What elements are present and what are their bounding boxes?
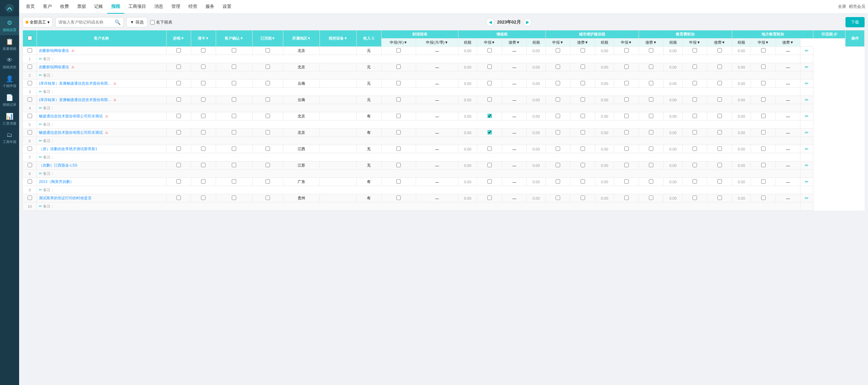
zzs-sbao-cb[interactable] — [487, 196, 492, 200]
cs-sbao-cb[interactable] — [556, 48, 560, 53]
df-jfei-cb[interactable] — [717, 81, 722, 85]
jy-sbao-cb[interactable] — [624, 163, 629, 167]
caibao-year-cb[interactable] — [396, 163, 401, 167]
caibao-year-cb[interactable] — [396, 81, 401, 85]
df-jfei-cb[interactable] — [717, 179, 722, 184]
paid-checkbox[interactable] — [266, 97, 270, 102]
df-sbao-cb[interactable] — [693, 65, 697, 69]
qingka-checkbox[interactable] — [201, 196, 205, 200]
confirm-checkbox[interactable] — [232, 97, 236, 102]
chaoshui-checkbox[interactable] — [176, 163, 181, 167]
cs-jfei-cb[interactable] — [581, 179, 585, 184]
paid-checkbox[interactable] — [266, 65, 270, 69]
sidebar-item-tax-records[interactable]: 📄 报税记录 — [0, 91, 19, 110]
df-jfei-cb[interactable] — [717, 196, 722, 200]
note-edit-icon[interactable]: ✏ — [39, 171, 42, 175]
note-edit-icon[interactable]: ✏ — [39, 122, 42, 126]
jy-jfei-cb[interactable] — [649, 130, 653, 134]
row-name-text[interactable]: 畅捷通信息技术股份有限公司民非测试 — [39, 130, 103, 134]
confirm-checkbox[interactable] — [232, 163, 236, 167]
paid-checkbox[interactable] — [266, 179, 270, 184]
edit-icon[interactable]: ✏ — [805, 179, 809, 184]
download-button[interactable]: 下载 — [845, 17, 865, 27]
jy-jfei-cb[interactable] — [649, 114, 653, 118]
row-checkbox[interactable] — [28, 81, 32, 85]
confirm-checkbox[interactable] — [232, 81, 236, 85]
prev-month-button[interactable]: ◀ — [486, 18, 494, 26]
nav-tax[interactable]: 报税 — [107, 0, 124, 14]
df-jfei-cb[interactable] — [717, 97, 722, 102]
df-jfei-cb[interactable] — [717, 114, 722, 118]
jy-jfei-cb[interactable] — [649, 81, 653, 85]
cs-sbao-cb[interactable] — [556, 130, 560, 134]
cs-jfei-cb[interactable] — [581, 114, 585, 118]
nav-invoice[interactable]: 票据 — [73, 0, 90, 14]
edit-icon[interactable]: ✏ — [805, 65, 809, 70]
row-name-text[interactable]: 2013（陶美芳勿删） — [39, 180, 73, 184]
df-sbao-cb[interactable] — [693, 196, 697, 200]
confirm-checkbox[interactable] — [232, 130, 236, 134]
cs-sbao-cb[interactable] — [556, 196, 560, 200]
qingka-checkbox[interactable] — [201, 130, 205, 134]
filter-button[interactable]: ▼ 筛选 — [126, 17, 147, 27]
jy-jfei-cb[interactable] — [649, 163, 653, 167]
df-sbao-cb[interactable] — [693, 179, 697, 184]
row-name-text[interactable]: 测试斯养的凭证打印的时候是否 — [39, 196, 91, 200]
row-checkbox[interactable] — [28, 146, 32, 151]
yh-sbao-cb[interactable] — [761, 114, 766, 118]
yh-sbao-cb[interactable] — [761, 179, 766, 184]
edit-icon[interactable]: ✏ — [805, 130, 809, 135]
caibao-year-cb[interactable] — [396, 130, 401, 134]
row-name-text[interactable]: （勿删）江西股金-LSS — [39, 163, 77, 167]
chaoshui-checkbox[interactable] — [176, 179, 181, 184]
chaoshui-checkbox[interactable] — [176, 65, 181, 69]
chaoshui-checkbox[interactable] — [176, 81, 181, 85]
jy-sbao-cb[interactable] — [624, 81, 629, 85]
search-input[interactable] — [56, 20, 112, 25]
note-edit-icon[interactable]: ✏ — [39, 188, 42, 192]
cs-sbao-cb[interactable] — [556, 97, 560, 102]
jy-jfei-cb[interactable] — [649, 146, 653, 151]
employee-filter[interactable]: 全部员工 ▾ — [23, 17, 53, 27]
jy-sbao-cb[interactable] — [624, 97, 629, 102]
named-table-checkbox[interactable] — [150, 20, 155, 25]
edit-icon[interactable]: ✏ — [805, 81, 809, 86]
row-checkbox[interactable] — [28, 196, 32, 200]
df-jfei-cb[interactable] — [717, 65, 722, 69]
zzs-sbao-cb[interactable] — [487, 48, 492, 53]
jy-sbao-cb[interactable] — [624, 48, 629, 53]
qingka-checkbox[interactable] — [201, 81, 205, 85]
sidebar-item-summary[interactable]: 📊 汇算清缴 — [0, 110, 19, 129]
df-jfei-cb[interactable] — [717, 48, 722, 53]
row-name-text[interactable]: 勿删新锐网络通信 — [39, 48, 69, 53]
jy-jfei-cb[interactable] — [649, 179, 653, 184]
qingka-checkbox[interactable] — [201, 146, 205, 151]
row-name-text[interactable]: (库存核算）直播畅捷通信息技术股份有限... — [39, 98, 111, 102]
row-name-text[interactable]: （原）误删勿改李艳牙测试斯养新1 — [39, 147, 97, 151]
edit-icon[interactable]: ✏ — [805, 114, 809, 119]
sidebar-item-tax-view[interactable]: 👁 报税浏览 — [0, 54, 19, 72]
edit-icon[interactable]: ✏ — [805, 146, 809, 152]
zzs-sbao-cb[interactable] — [487, 114, 492, 118]
jy-jfei-cb[interactable] — [649, 196, 653, 200]
zzs-sbao-cb[interactable] — [487, 81, 492, 85]
chaoshui-checkbox[interactable] — [176, 97, 181, 102]
note-edit-icon[interactable]: ✏ — [39, 204, 42, 208]
cs-jfei-cb[interactable] — [581, 196, 585, 200]
nav-accounts[interactable]: 记账 — [90, 0, 107, 14]
yh-sbao-cb[interactable] — [761, 65, 766, 69]
note-edit-icon[interactable]: ✏ — [39, 155, 42, 159]
caibao-year-cb[interactable] — [396, 65, 401, 69]
caibao-year-cb[interactable] — [396, 114, 401, 118]
cs-sbao-cb[interactable] — [556, 65, 560, 69]
jy-sbao-cb[interactable] — [624, 179, 629, 184]
cs-jfei-cb[interactable] — [581, 163, 585, 167]
nav-business[interactable]: 工商项目 — [124, 0, 150, 14]
cs-sbao-cb[interactable] — [556, 163, 560, 167]
row-name-text[interactable]: (库存核算）直播畅捷通信息技术股份有限... — [39, 81, 111, 85]
yh-sbao-cb[interactable] — [761, 130, 766, 134]
cs-sbao-cb[interactable] — [556, 179, 560, 184]
yh-sbao-cb[interactable] — [761, 48, 766, 53]
qingka-checkbox[interactable] — [201, 97, 205, 102]
nav-settings[interactable]: 设置 — [218, 0, 236, 14]
